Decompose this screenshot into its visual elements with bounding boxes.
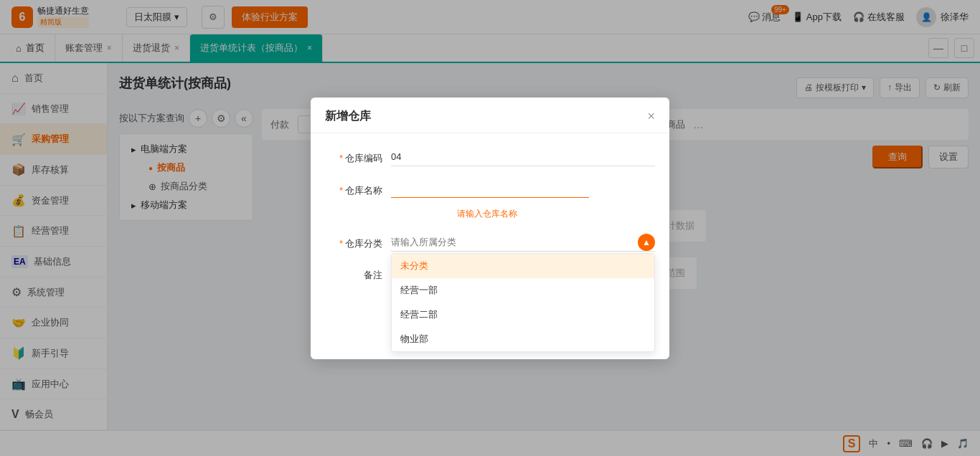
- modal-overlay: 新增仓库 × 仓库编码 仓库名称 请输入仓库名称 仓库分类: [0, 0, 980, 456]
- modal-body: 仓库编码 仓库名称 请输入仓库名称 仓库分类 ▲ 未分类: [311, 133, 669, 300]
- note-label: 备注: [325, 265, 382, 282]
- dropdown-item-ops2[interactable]: 经营二部: [392, 303, 654, 327]
- category-select-wrap: ▲ 未分类 经营一部 经营二部 物业部: [391, 233, 655, 252]
- name-input[interactable]: [391, 179, 589, 198]
- modal-title: 新增仓库: [325, 109, 371, 124]
- dropdown-item-uncategorized[interactable]: 未分类: [392, 254, 654, 278]
- new-warehouse-modal: 新增仓库 × 仓库编码 仓库名称 请输入仓库名称 仓库分类: [311, 98, 669, 359]
- form-row-name: 仓库名称 请输入仓库名称: [325, 179, 655, 220]
- category-arrow-button[interactable]: ▲: [638, 234, 655, 251]
- code-label: 仓库编码: [325, 148, 382, 165]
- category-input[interactable]: [391, 233, 655, 252]
- name-error-msg: 请输入仓库名称: [391, 208, 517, 220]
- category-label: 仓库分类: [325, 233, 382, 250]
- modal-header: 新增仓库 ×: [311, 98, 669, 133]
- code-input[interactable]: [391, 148, 655, 166]
- dropdown-item-property[interactable]: 物业部: [392, 327, 654, 351]
- form-row-category: 仓库分类 ▲ 未分类 经营一部 经营二部 物业部: [325, 233, 655, 252]
- modal-close-button[interactable]: ×: [647, 109, 655, 124]
- name-label: 仓库名称: [325, 180, 382, 197]
- category-dropdown: 未分类 经营一部 经营二部 物业部: [391, 253, 655, 352]
- form-row-code: 仓库编码: [325, 148, 655, 166]
- dropdown-item-ops1[interactable]: 经营一部: [392, 278, 654, 303]
